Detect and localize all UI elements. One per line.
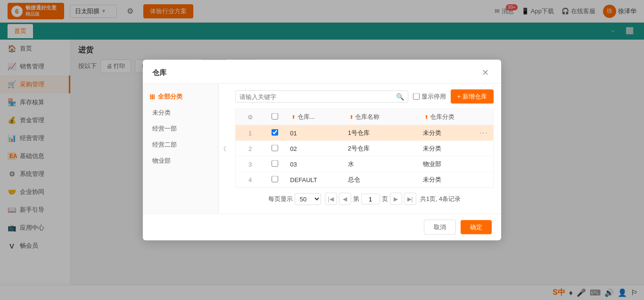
per-page-selector: 每页显示 50 10 20 100 <box>268 193 321 205</box>
col-category-label: 仓库分类 <box>430 113 454 120</box>
sort-icon-name: ⬆ <box>349 114 354 120</box>
show-disabled-label[interactable]: 显示停用 <box>413 92 446 101</box>
row-category: 物业部 <box>418 156 493 172</box>
confirm-button[interactable]: 确定 <box>461 220 492 234</box>
settings-col-icon: ⚙ <box>248 113 253 120</box>
col-name-header: ⬆ 仓库名称 <box>343 109 418 125</box>
row-category: 未分类 <box>418 172 493 187</box>
category-item-dept1[interactable]: 经营一部 <box>143 121 218 137</box>
modal-body: ⊞ 全部分类 未分类 经营一部 经营二部 物业部 <box>143 84 501 214</box>
pagination: 每页显示 50 10 20 100 |◀ ◀ 第 页 ▶ ▶| <box>235 188 494 208</box>
warehouse-table: ⚙ ⬆ 仓库... ⬆ 仓库名称 <box>235 108 494 188</box>
col-code-label: 仓库... <box>297 113 315 120</box>
row-number: 1 <box>236 125 264 141</box>
row-name: 水 <box>343 156 418 172</box>
row-name: 2号仓库 <box>343 141 418 156</box>
col-name-label: 仓库名称 <box>355 113 380 120</box>
row-number: 4 <box>236 172 264 187</box>
show-disabled-checkbox[interactable] <box>413 93 420 100</box>
add-warehouse-button[interactable]: + 新增仓库 <box>451 90 494 104</box>
modal-main-area: 🔍 显示停用 + 新增仓库 ⚙ <box>228 84 501 214</box>
page-number-input[interactable] <box>361 193 380 204</box>
modal-footer: 取消 确定 <box>143 214 501 241</box>
modal-header: 仓库 ✕ <box>143 60 501 84</box>
row-checkbox[interactable] <box>272 175 278 182</box>
page-summary: 共1页, 4条记录 <box>420 195 461 203</box>
table-row[interactable]: 4 DEFAULT 总仓 未分类 <box>236 172 493 187</box>
category-item-unclassified[interactable]: 未分类 <box>143 105 218 121</box>
col-category-header: ⬆ 仓库分类 <box>418 109 493 125</box>
category-label-0: 未分类 <box>152 109 171 116</box>
col-code-header: ⬆ 仓库... <box>285 109 343 125</box>
page-unit: 页 <box>382 195 388 203</box>
category-label-3: 物业部 <box>152 157 171 164</box>
page-label: 第 <box>353 195 359 203</box>
first-page-btn[interactable]: |◀ <box>325 193 337 205</box>
row-checkbox[interactable] <box>272 160 278 167</box>
all-categories-item[interactable]: ⊞ 全部分类 <box>143 89 218 105</box>
col-checkbox-header <box>264 109 285 125</box>
search-icon: 🔍 <box>396 93 404 100</box>
modal-category-sidebar: ⊞ 全部分类 未分类 经营一部 经营二部 物业部 <box>143 84 218 214</box>
modal-close-icon[interactable]: ✕ <box>479 67 492 79</box>
category-label-1: 经营一部 <box>152 125 177 132</box>
row-checkbox[interactable] <box>272 129 278 135</box>
row-code: 01 <box>285 125 343 141</box>
row-actions-icon[interactable]: ··· <box>479 129 488 137</box>
cancel-button[interactable]: 取消 <box>424 220 456 235</box>
warehouse-table-element: ⚙ ⬆ 仓库... ⬆ 仓库名称 <box>236 109 493 188</box>
search-input-wrap: 🔍 <box>235 91 408 103</box>
row-code: DEFAULT <box>285 172 343 187</box>
page-navigation: |◀ ◀ 第 页 ▶ ▶| <box>325 193 416 205</box>
modal-sidebar-wrap: ⊞ 全部分类 未分类 经营一部 经营二部 物业部 <box>143 84 228 214</box>
sort-icon-code: ⬆ <box>291 114 296 120</box>
warehouse-modal: 仓库 ✕ ⊞ 全部分类 未分类 经营一部 经营二部 <box>143 60 501 241</box>
grid-icon: ⊞ <box>149 93 155 100</box>
category-item-dept2[interactable]: 经营二部 <box>143 137 218 153</box>
row-checkbox-cell <box>264 172 285 187</box>
row-code: 03 <box>285 156 343 172</box>
row-number: 2 <box>236 141 264 156</box>
row-checkbox-cell <box>264 156 285 172</box>
search-input[interactable] <box>239 93 396 100</box>
row-checkbox[interactable] <box>272 144 278 151</box>
next-page-btn[interactable]: ▶ <box>390 193 402 205</box>
table-row[interactable]: 2 02 2号仓库 未分类 <box>236 141 493 156</box>
select-all-checkbox[interactable] <box>272 113 278 119</box>
row-code: 02 <box>285 141 343 156</box>
row-checkbox-cell <box>264 141 285 156</box>
row-checkbox-cell <box>264 125 285 141</box>
search-bar: 🔍 显示停用 + 新增仓库 <box>235 90 494 104</box>
per-page-label: 每页显示 <box>268 195 293 203</box>
row-category: 未分类··· <box>418 125 493 141</box>
sort-icon-cat: ⬆ <box>424 114 429 120</box>
row-name: 总仓 <box>343 172 418 187</box>
category-label-2: 经营二部 <box>152 141 177 148</box>
modal-title: 仓库 <box>152 68 166 77</box>
all-categories-label: 全部分类 <box>158 92 182 101</box>
last-page-btn[interactable]: ▶| <box>404 193 416 205</box>
row-name: 1号仓库 <box>343 125 418 141</box>
table-row[interactable]: 3 03 水 物业部 <box>236 156 493 172</box>
sidebar-collapse-button[interactable]: 《 <box>218 84 228 214</box>
row-number: 3 <box>236 156 264 172</box>
per-page-select[interactable]: 50 10 20 100 <box>295 193 321 205</box>
col-settings-header: ⚙ <box>236 109 264 125</box>
row-category: 未分类 <box>418 141 493 156</box>
prev-page-btn[interactable]: ◀ <box>339 193 351 205</box>
table-row[interactable]: 1 01 1号仓库 未分类··· <box>236 125 493 141</box>
category-item-property[interactable]: 物业部 <box>143 153 218 169</box>
